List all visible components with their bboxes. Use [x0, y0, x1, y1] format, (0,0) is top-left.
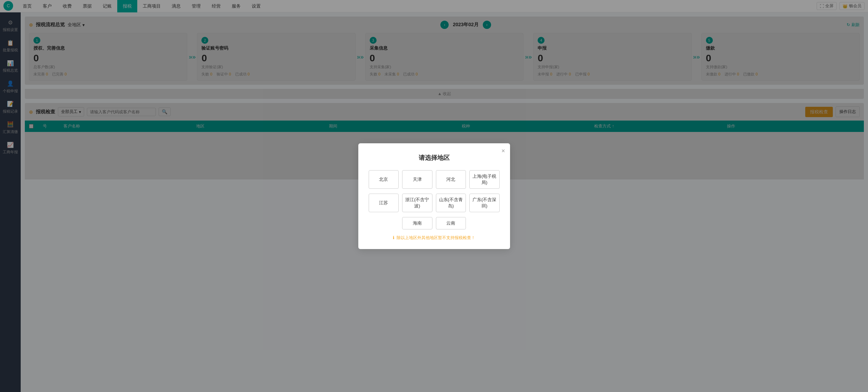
region-btn-广东(不含深圳)[interactable]: 广东(不含深圳): [469, 194, 500, 212]
modal-region-row3: 海南云南: [369, 217, 500, 229]
modal-region-row1: 北京天津河北上海(电子税局): [369, 170, 500, 189]
region-btn-天津[interactable]: 天津: [402, 170, 432, 189]
region-btn-浙江(不含宁波)[interactable]: 浙江(不含宁波): [402, 194, 432, 212]
modal-close-button[interactable]: ×: [501, 147, 505, 155]
region-btn-河北[interactable]: 河北: [436, 170, 466, 189]
warning-icon: ℹ: [393, 235, 395, 240]
modal-title: 请选择地区: [369, 154, 500, 162]
region-btn-北京[interactable]: 北京: [369, 170, 399, 189]
modal-overlay: × 请选择地区 北京天津河北上海(电子税局) 江苏浙江(不含宁波)山东(不含青岛…: [0, 0, 868, 392]
region-btn-山东(不含青岛)[interactable]: 山东(不含青岛): [436, 194, 466, 212]
modal-warning: ℹ 除以上地区外其他地区暂不支持报税检查！: [369, 235, 500, 241]
region-btn-江苏[interactable]: 江苏: [369, 194, 399, 212]
modal-region-row2: 江苏浙江(不含宁波)山东(不含青岛)广东(不含深圳): [369, 194, 500, 212]
region-btn-海南[interactable]: 海南: [402, 217, 432, 229]
region-btn-云南[interactable]: 云南: [436, 217, 466, 229]
warning-text: 除以上地区外其他地区暂不支持报税检查！: [397, 235, 475, 241]
region-select-modal: × 请选择地区 北京天津河北上海(电子税局) 江苏浙江(不含宁波)山东(不含青岛…: [358, 143, 510, 249]
region-btn-上海(电子税局)[interactable]: 上海(电子税局): [469, 170, 500, 189]
